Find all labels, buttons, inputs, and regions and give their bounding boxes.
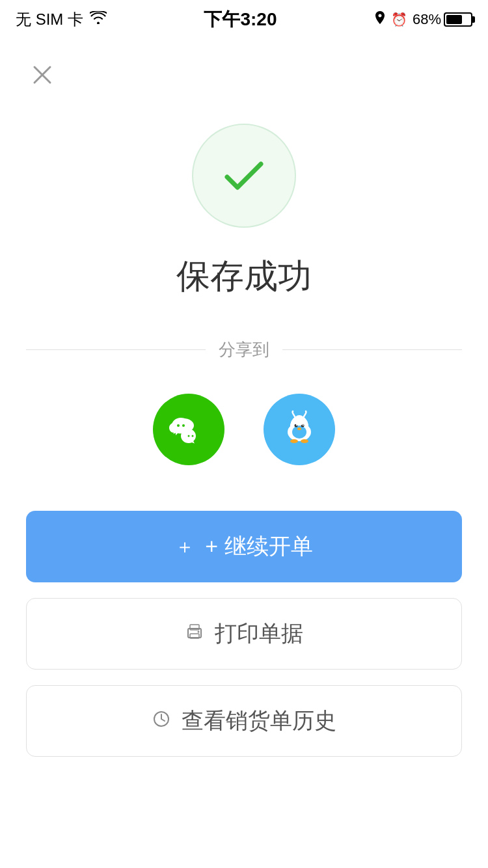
print-label: 打印单据 xyxy=(215,619,303,649)
close-btn-wrapper xyxy=(0,39,488,98)
action-buttons: ＋ + 继续开单 打印单据 查看销货单历 xyxy=(26,511,462,757)
alarm-icon: ⏰ xyxy=(391,12,407,27)
checkmark-icon xyxy=(218,150,270,202)
svg-point-10 xyxy=(188,435,190,437)
success-icon-circle xyxy=(192,124,296,228)
history-button[interactable]: 查看销货单历史 xyxy=(26,685,462,757)
svg-point-19 xyxy=(303,424,304,426)
svg-point-20 xyxy=(297,427,301,430)
wifi-icon xyxy=(90,11,107,28)
qq-share-button[interactable] xyxy=(264,394,335,465)
continue-label: + 继续开单 xyxy=(205,532,312,562)
print-icon xyxy=(185,622,204,646)
svg-point-8 xyxy=(177,424,180,427)
time-display: 下午3:20 xyxy=(204,7,277,32)
battery-indicator: 68% xyxy=(413,11,472,28)
svg-point-9 xyxy=(182,424,185,427)
svg-point-27 xyxy=(198,631,200,632)
close-button[interactable] xyxy=(26,59,59,91)
share-label: 分享到 xyxy=(219,338,269,361)
success-title: 保存成功 xyxy=(176,254,312,299)
continue-button[interactable]: ＋ + 继续开单 xyxy=(26,511,462,582)
plus-icon: ＋ xyxy=(175,534,195,560)
location-icon xyxy=(374,11,386,28)
status-right: ⏰ 68% xyxy=(374,11,472,28)
clock-icon xyxy=(152,709,171,733)
status-left: 无 SIM 卡 xyxy=(16,9,107,30)
battery-text: 68% xyxy=(413,11,441,28)
status-bar: 无 SIM 卡 下午3:20 ⏰ 68% xyxy=(0,0,488,39)
svg-point-11 xyxy=(192,435,194,437)
carrier-text: 无 SIM 卡 xyxy=(16,9,83,30)
qq-icon xyxy=(278,409,320,450)
print-button[interactable]: 打印单据 xyxy=(26,598,462,670)
history-label: 查看销货单历史 xyxy=(182,706,336,736)
share-icons xyxy=(153,394,335,465)
share-divider: 分享到 xyxy=(26,338,462,361)
wechat-share-button[interactable] xyxy=(153,394,224,465)
divider-left xyxy=(26,349,206,350)
svg-point-23 xyxy=(301,439,308,443)
wechat-icon xyxy=(168,409,210,450)
main-content: 保存成功 分享到 xyxy=(0,98,488,868)
battery-icon xyxy=(444,12,472,27)
divider-right xyxy=(282,349,462,350)
svg-point-22 xyxy=(290,439,298,443)
